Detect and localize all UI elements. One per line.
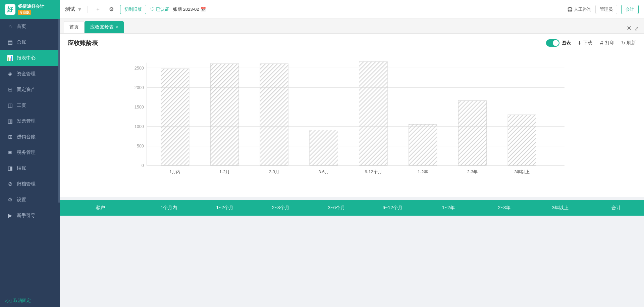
sidebar-item-label-guide: 新手引导 (17, 213, 36, 219)
sidebar-item-label-ledger: 总账 (17, 39, 26, 45)
table-header-total: 合计 (588, 200, 644, 216)
settings-icon: ⚙ (7, 196, 13, 203)
salary-icon: ◫ (7, 102, 13, 108)
sidebar-item-archive[interactable]: ⊘ 归档管理 (0, 176, 60, 192)
tab-home[interactable]: 首页 (64, 21, 85, 33)
add-button[interactable]: ＋ (93, 5, 103, 14)
funds-icon: ◈ (7, 71, 13, 77)
close-account-icon: ◨ (7, 165, 13, 171)
period-label: 账期 (173, 6, 182, 12)
switch-old-version-button[interactable]: 切到旧版 (120, 5, 146, 14)
certified-label: 已认证 (156, 6, 169, 12)
svg-text:2000: 2000 (135, 85, 144, 90)
table-header-3-6m: 3~6个月 (309, 200, 365, 216)
sidebar: 好 畅捷通好会计 专业版 ⌂ 首页 ▤ 总账 📊 报表中心 ◈ 资金管理 ⊟ 固… (0, 0, 60, 307)
table-header-1-2m: 1~2个月 (197, 200, 253, 216)
sidebar-item-tax[interactable]: ◙ 税务管理 (0, 145, 60, 160)
period-value: 2023-02 (183, 7, 199, 12)
sidebar-item-salary[interactable]: ◫ 工资 (0, 97, 60, 113)
calendar-icon[interactable]: 📅 (201, 7, 206, 12)
sidebar-item-purchase-sale[interactable]: ⊞ 进销台账 (0, 129, 60, 145)
tab-close-icon[interactable]: × (116, 25, 118, 30)
tax-icon: ◙ (7, 149, 13, 156)
table-header-customer: 客户 (60, 200, 141, 216)
sidebar-item-guide[interactable]: ▶ 新手引导 (0, 208, 60, 223)
svg-rect-14 (161, 69, 189, 166)
sidebar-item-label-reports: 报表中心 (17, 55, 36, 61)
svg-text:1000: 1000 (135, 124, 144, 129)
sidebar-item-assets[interactable]: ⊟ 固定资产 (0, 82, 60, 97)
svg-text:6-12个月: 6-12个月 (365, 170, 382, 174)
headset-icon: 🎧 (567, 7, 573, 12)
bar-chart: 0 500 1000 1500 2000 2500 1月内 1-2月 2-3月 (63, 59, 634, 187)
report-title: 应收账龄表 (68, 39, 98, 47)
consult-label: 人工咨询 (574, 6, 591, 12)
company-dropdown-icon: ▼ (77, 6, 82, 12)
main-area: 测试 ▼ ＋ ⚙ 切到旧版 🛡 已认证 账期 2023-02 📅 🎧 人工咨询 … (60, 0, 644, 307)
pin-left-icon: ◁◁ (5, 298, 11, 303)
chart-container: 0 500 1000 1500 2000 2500 1月内 1-2月 2-3月 (60, 52, 644, 197)
chart-toggle[interactable] (546, 39, 559, 47)
download-icon: ⬇ (578, 40, 582, 46)
print-button[interactable]: 🖨 打印 (599, 40, 614, 46)
company-name: 测试 (65, 6, 75, 12)
cancel-fixed-button[interactable]: ◁◁ 取消固定 (0, 294, 60, 307)
period-display: 账期 2023-02 📅 (173, 6, 206, 12)
sidebar-item-reports[interactable]: 📊 报表中心 (0, 50, 60, 66)
print-label: 打印 (605, 40, 614, 46)
sidebar-item-label-close-account: 结账 (17, 165, 26, 171)
svg-rect-24 (409, 124, 437, 165)
role-button[interactable]: 会计 (621, 5, 639, 14)
svg-text:500: 500 (137, 144, 144, 148)
sidebar-item-settings[interactable]: ⚙ 设置 (0, 192, 60, 208)
chart-toggle-wrapper: 图表 (546, 39, 571, 47)
tab-receivable-aging[interactable]: 应收账龄表 × (85, 21, 124, 33)
topbar: 测试 ▼ ＋ ⚙ 切到旧版 🛡 已认证 账期 2023-02 📅 🎧 人工咨询 … (60, 0, 644, 19)
sidebar-logo: 好 畅捷通好会计 专业版 (0, 0, 60, 19)
refresh-label: 刷新 (627, 40, 636, 46)
user-button[interactable]: 管理员 (595, 5, 617, 14)
sidebar-item-label-tax: 税务管理 (17, 149, 36, 156)
tab-active-label: 应收账龄表 (90, 24, 114, 30)
sidebar-item-home[interactable]: ⌂ 首页 (0, 19, 60, 34)
settings-gear-button[interactable]: ⚙ (107, 5, 116, 14)
refresh-button[interactable]: ↻ 刷新 (621, 40, 636, 46)
table-header-1-2y: 1~2年 (420, 200, 476, 216)
sidebar-scroll: ⌂ 首页 ▤ 总账 📊 报表中心 ◈ 资金管理 ⊟ 固定资产 ◫ 工资 ▥ 发票… (0, 19, 60, 294)
svg-rect-28 (508, 115, 536, 166)
table-container: 客户 1个月内 1~2个月 2~3个月 3~6个月 6~12个月 1~2年 2~… (60, 200, 644, 216)
sidebar-item-label-salary: 工资 (17, 102, 26, 108)
consult-button[interactable]: 🎧 人工咨询 (567, 6, 591, 12)
sidebar-item-label-home: 首页 (17, 24, 26, 30)
svg-text:3年以上: 3年以上 (514, 170, 530, 174)
topbar-divider-1 (88, 6, 88, 13)
app-edition: 专业版 (18, 10, 31, 15)
table-header-3y-plus: 3年以上 (532, 200, 588, 216)
sidebar-item-invoice[interactable]: ▥ 发票管理 (0, 113, 60, 129)
refresh-icon: ↻ (621, 40, 625, 46)
svg-text:2-3年: 2-3年 (467, 170, 478, 174)
sidebar-item-label-invoice: 发票管理 (17, 118, 36, 124)
svg-text:1月内: 1月内 (169, 170, 180, 174)
download-button[interactable]: ⬇ 下载 (578, 40, 592, 46)
page-content: 应收账龄表 图表 ⬇ 下载 🖨 打印 ↻ (60, 34, 644, 307)
topbar-right: 🎧 人工咨询 管理员 会计 (567, 5, 639, 14)
reports-icon: 📊 (7, 55, 13, 61)
svg-text:3-6月: 3-6月 (318, 170, 329, 174)
shield-icon: 🛡 (150, 7, 155, 12)
table-header-2-3y: 2~3年 (476, 200, 532, 216)
company-selector[interactable]: 测试 ▼ (65, 6, 82, 12)
tab-close-button[interactable]: ✕ (625, 23, 633, 33)
sidebar-item-funds[interactable]: ◈ 资金管理 (0, 66, 60, 82)
purchase-sale-icon: ⊞ (7, 134, 13, 140)
sidebar-item-close-account[interactable]: ◨ 结账 (0, 160, 60, 176)
download-label: 下载 (583, 40, 592, 46)
report-area: 应收账龄表 图表 ⬇ 下载 🖨 打印 ↻ (60, 34, 644, 307)
sidebar-item-ledger[interactable]: ▤ 总账 (0, 34, 60, 50)
report-actions: 图表 ⬇ 下载 🖨 打印 ↻ 刷新 (546, 39, 636, 47)
certified-badge: 🛡 已认证 (150, 6, 169, 12)
sidebar-item-label-funds: 资金管理 (17, 71, 36, 77)
home-icon: ⌂ (7, 24, 13, 30)
tab-expand-button[interactable]: ⤢ (633, 24, 640, 33)
svg-rect-16 (210, 64, 238, 166)
